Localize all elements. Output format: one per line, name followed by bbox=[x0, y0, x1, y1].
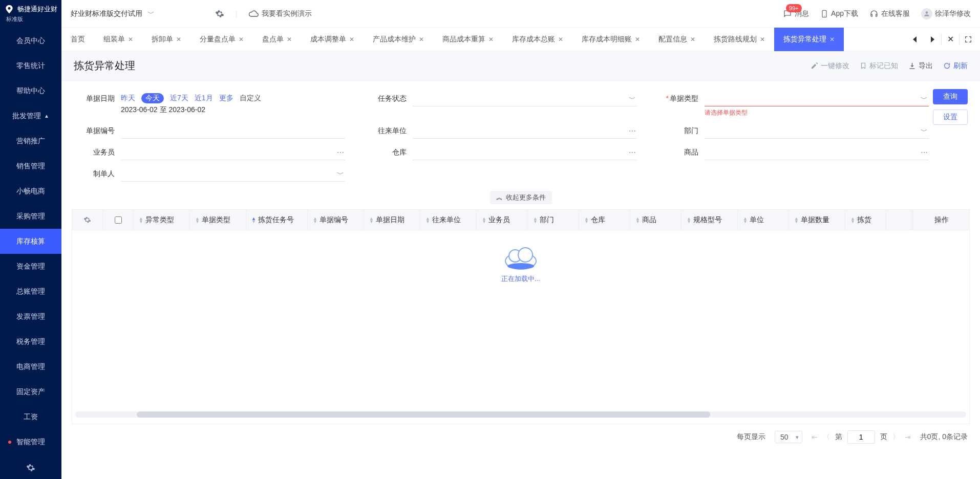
col-partner[interactable]: ▲▼往来单位 bbox=[420, 210, 477, 230]
tab-home[interactable]: 首页 bbox=[61, 28, 94, 51]
horizontal-scrollbar[interactable] bbox=[75, 411, 966, 418]
col-bill-no[interactable]: ▲▼单据编号 bbox=[308, 210, 364, 230]
close-icon[interactable]: ✕ bbox=[690, 36, 695, 43]
tabs-close-all[interactable]: ✕ bbox=[942, 28, 959, 51]
fullscreen-button[interactable] bbox=[960, 28, 977, 51]
col-department[interactable]: ▲▼部门 bbox=[528, 210, 579, 230]
refresh-button[interactable]: 刷新 bbox=[943, 61, 968, 71]
sort-icon[interactable]: ▲▼ bbox=[251, 217, 256, 223]
column-settings[interactable] bbox=[72, 210, 103, 230]
col-task-no[interactable]: ▲▼拣货任务号 bbox=[246, 210, 308, 230]
sidebar-item-wholesale[interactable]: 批发管理▲ bbox=[0, 103, 61, 128]
more-icon[interactable]: ⋯ bbox=[629, 148, 636, 157]
bill-no-input[interactable] bbox=[121, 125, 345, 139]
sort-icon[interactable]: ▲▼ bbox=[482, 217, 486, 223]
chevron-down-icon[interactable]: ﹀ bbox=[921, 127, 928, 136]
sort-icon[interactable]: ▲▼ bbox=[369, 217, 374, 223]
col-sales[interactable]: ▲▼业务员 bbox=[477, 210, 528, 230]
col-picking[interactable]: ▲▼拣货 bbox=[845, 210, 886, 230]
col-unit[interactable]: ▲▼单位 bbox=[738, 210, 789, 230]
sales-input[interactable] bbox=[121, 147, 345, 160]
sidebar-item-retail-stat[interactable]: 零售统计 bbox=[0, 53, 61, 78]
select-all[interactable] bbox=[103, 210, 134, 230]
sidebar-item-tax[interactable]: 税务管理 bbox=[0, 329, 61, 354]
demo-link[interactable]: 我要看实例演示 bbox=[248, 9, 312, 19]
next-page[interactable]: 〉 bbox=[892, 432, 900, 442]
sort-icon[interactable]: ▲▼ bbox=[195, 217, 200, 223]
sort-icon[interactable]: ▲▼ bbox=[794, 217, 799, 223]
sidebar-item-salary[interactable]: 工资 bbox=[0, 404, 61, 429]
sort-icon[interactable]: ▲▼ bbox=[850, 217, 855, 223]
prev-page[interactable]: 〈 bbox=[823, 432, 830, 442]
close-icon[interactable]: ✕ bbox=[419, 36, 424, 43]
tab-assemble[interactable]: 组装单✕ bbox=[94, 28, 142, 51]
tab-weight-inventory[interactable]: 分量盘点单✕ bbox=[190, 28, 253, 51]
product-selector[interactable]: 好业财标准版交付试用 ﹀ bbox=[71, 9, 204, 18]
collapse-filters[interactable]: ︽ 收起更多条件 bbox=[490, 191, 552, 204]
per-page-select[interactable]: 50 ▾ bbox=[775, 431, 802, 443]
chevron-down-icon[interactable]: ﹀ bbox=[629, 95, 636, 104]
more-icon[interactable]: ⋯ bbox=[629, 127, 636, 135]
chevron-down-icon[interactable]: ﹀ bbox=[337, 170, 344, 179]
settings-button[interactable] bbox=[215, 9, 224, 18]
sort-icon[interactable]: ▲▼ bbox=[533, 217, 538, 223]
sort-icon[interactable]: ▲▼ bbox=[743, 217, 748, 223]
task-status-input[interactable] bbox=[413, 93, 637, 106]
tab-product-cost[interactable]: 产品成本维护✕ bbox=[364, 28, 433, 51]
export-button[interactable]: 导出 bbox=[908, 61, 933, 71]
creator-input[interactable] bbox=[121, 168, 345, 182]
sidebar-item-operation[interactable]: 经营管理 bbox=[0, 454, 61, 458]
col-product[interactable]: ▲▼商品 bbox=[630, 210, 681, 230]
warehouse-input[interactable] bbox=[413, 147, 637, 160]
chip-last1m[interactable]: 近1月 bbox=[195, 94, 213, 103]
sort-icon[interactable]: ▲▼ bbox=[687, 217, 691, 223]
tab-config[interactable]: 配置信息✕ bbox=[649, 28, 705, 51]
tab-disassemble[interactable]: 拆卸单✕ bbox=[142, 28, 190, 51]
product-input[interactable] bbox=[705, 147, 929, 160]
last-page[interactable]: ⇥ bbox=[905, 433, 911, 441]
tab-stock-cost-ledger[interactable]: 库存成本总账✕ bbox=[503, 28, 572, 51]
close-icon[interactable]: ✕ bbox=[635, 36, 640, 43]
tab-picking-route[interactable]: 拣货路线规划✕ bbox=[705, 28, 774, 51]
sidebar-item-help[interactable]: 帮助中心 bbox=[0, 78, 61, 103]
chip-yesterday[interactable]: 昨天 bbox=[121, 94, 135, 103]
query-button[interactable]: 查询 bbox=[933, 89, 968, 104]
col-warehouse[interactable]: ▲▼仓库 bbox=[579, 210, 630, 230]
sidebar-item-sales[interactable]: 销售管理 bbox=[0, 154, 61, 179]
col-exception-type[interactable]: ▲▼异常类型 bbox=[134, 210, 190, 230]
close-icon[interactable]: ✕ bbox=[128, 36, 133, 43]
service-button[interactable]: 在线客服 bbox=[869, 9, 910, 18]
sort-icon[interactable]: ▲▼ bbox=[584, 217, 589, 223]
sort-icon[interactable]: ▲▼ bbox=[313, 217, 317, 223]
col-spec[interactable]: ▲▼规格型号 bbox=[681, 210, 738, 230]
sidebar-item-funds[interactable]: 资金管理 bbox=[0, 254, 61, 279]
department-input[interactable] bbox=[705, 125, 929, 139]
sidebar-item-purchase[interactable]: 采购管理 bbox=[0, 204, 61, 229]
sidebar-item-invoice[interactable]: 发票管理 bbox=[0, 304, 61, 329]
tab-stock-cost-detail[interactable]: 库存成本明细账✕ bbox=[572, 28, 649, 51]
col-bill-date[interactable]: ▲▼单据日期 bbox=[364, 210, 420, 230]
page-input[interactable] bbox=[847, 430, 875, 444]
partner-input[interactable] bbox=[413, 125, 637, 139]
more-icon[interactable]: ⋯ bbox=[921, 148, 928, 157]
bill-type-input[interactable] bbox=[705, 93, 929, 106]
sort-icon[interactable]: ▲▼ bbox=[635, 217, 640, 223]
sidebar-item-inventory-cost[interactable]: 库存核算 bbox=[0, 229, 61, 254]
more-icon[interactable]: ⋯ bbox=[337, 148, 344, 157]
select-all-checkbox[interactable] bbox=[115, 216, 122, 224]
sidebar-item-member[interactable]: 会员中心 bbox=[0, 28, 61, 53]
sort-icon[interactable]: ▲▼ bbox=[139, 217, 143, 223]
sidebar-item-smart[interactable]: 智能管理 bbox=[0, 429, 61, 454]
tab-cost-adjust[interactable]: 成本调整单✕ bbox=[301, 28, 364, 51]
close-icon[interactable]: ✕ bbox=[176, 36, 181, 43]
close-icon[interactable]: ✕ bbox=[349, 36, 354, 43]
chip-more[interactable]: 更多 bbox=[219, 94, 233, 103]
settings-button[interactable]: 设置 bbox=[933, 110, 968, 125]
download-button[interactable]: App下载 bbox=[820, 9, 858, 18]
col-qty[interactable]: ▲▼单据数量 bbox=[789, 210, 845, 230]
mark-known-button[interactable]: 标记已知 bbox=[860, 61, 898, 71]
sidebar-item-ecommerce-assist[interactable]: 小畅电商 bbox=[0, 179, 61, 204]
tab-goods-cost-recalc[interactable]: 商品成本重算✕ bbox=[433, 28, 503, 51]
chip-today[interactable]: 今天 bbox=[141, 93, 164, 103]
close-icon[interactable]: ✕ bbox=[829, 36, 835, 43]
